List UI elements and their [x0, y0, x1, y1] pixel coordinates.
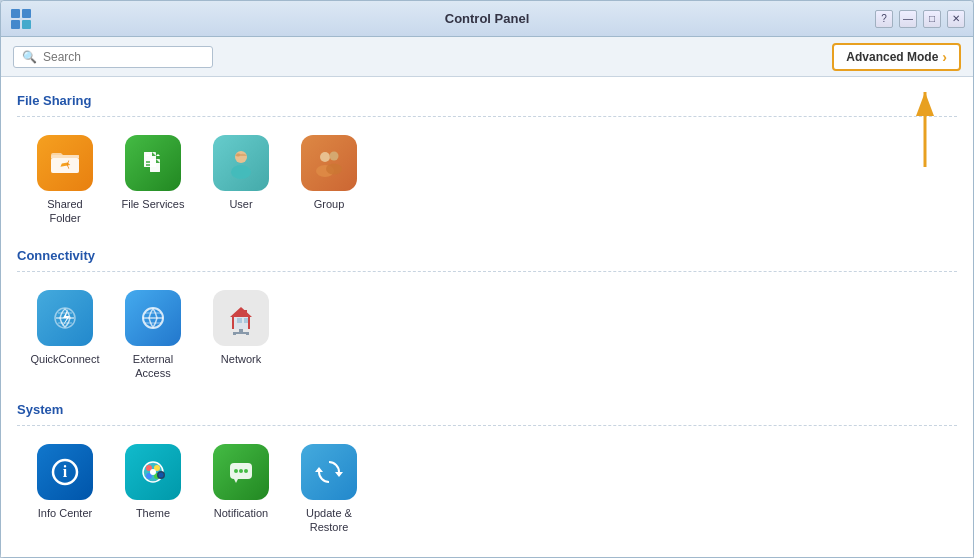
toolbar: 🔍 Advanced Mode › — [1, 37, 973, 77]
external-access-label: External Access — [119, 352, 187, 381]
connectivity-grid: QuickConnect External Access — [17, 284, 957, 387]
app-icon — [9, 7, 33, 31]
file-services-label: File Services — [122, 197, 185, 211]
item-network[interactable]: Network — [201, 284, 281, 387]
svg-marker-23 — [231, 308, 251, 317]
svg-rect-3 — [22, 20, 31, 29]
advanced-mode-button[interactable]: Advanced Mode › — [832, 43, 961, 71]
section-file-sharing: File Sharing 〈 Shared Folder — [17, 93, 957, 232]
section-title-file-sharing: File Sharing — [17, 93, 957, 108]
network-label: Network — [221, 352, 261, 366]
svg-point-16 — [330, 152, 339, 161]
item-theme[interactable]: Theme — [113, 438, 193, 541]
svg-rect-25 — [237, 318, 242, 323]
update-restore-label: Update & Restore — [295, 506, 363, 535]
network-icon — [213, 290, 269, 346]
svg-point-11 — [235, 151, 247, 163]
search-icon: 🔍 — [22, 50, 37, 64]
info-center-label: Info Center — [38, 506, 92, 520]
update-restore-icon — [301, 444, 357, 500]
window-controls: ? — □ ✕ — [875, 10, 965, 28]
item-update-restore[interactable]: Update & Restore — [289, 438, 369, 541]
theme-label: Theme — [136, 506, 170, 520]
section-divider-connectivity — [17, 271, 957, 272]
maximize-button[interactable]: □ — [923, 10, 941, 28]
svg-rect-1 — [22, 9, 31, 18]
svg-text:〈: 〈 — [61, 160, 70, 170]
quickconnect-label: QuickConnect — [30, 352, 99, 366]
item-file-services[interactable]: File Services — [113, 129, 193, 232]
minimize-button[interactable]: — — [899, 10, 917, 28]
user-icon — [213, 135, 269, 191]
svg-rect-26 — [244, 318, 248, 323]
group-label: Group — [314, 197, 345, 211]
item-group[interactable]: Group — [289, 129, 369, 232]
section-divider-file-sharing — [17, 116, 957, 117]
svg-point-45 — [244, 469, 248, 473]
svg-point-12 — [231, 165, 251, 179]
quickconnect-icon — [37, 290, 93, 346]
svg-rect-27 — [239, 329, 243, 332]
title-bar-left — [9, 7, 33, 31]
search-input[interactable] — [43, 50, 203, 64]
svg-marker-42 — [234, 479, 238, 483]
advanced-mode-arrow: › — [942, 49, 947, 65]
svg-rect-30 — [246, 332, 249, 335]
notification-label: Notification — [214, 506, 268, 520]
svg-rect-2 — [11, 20, 20, 29]
item-quickconnect[interactable]: QuickConnect — [25, 284, 105, 387]
section-title-connectivity: Connectivity — [17, 248, 957, 263]
svg-point-17 — [326, 164, 342, 175]
section-divider-system — [17, 425, 957, 426]
window-title: Control Panel — [445, 11, 530, 26]
title-bar: Control Panel ? — □ ✕ — [1, 1, 973, 37]
file-sharing-grid: 〈 Shared Folder — [17, 129, 957, 232]
section-title-system: System — [17, 402, 957, 417]
advanced-mode-label: Advanced Mode — [846, 50, 938, 64]
content-area: File Sharing 〈 Shared Folder — [1, 77, 973, 557]
shared-folder-label: Shared Folder — [31, 197, 99, 226]
svg-text:i: i — [63, 463, 68, 480]
theme-icon — [125, 444, 181, 500]
help-button[interactable]: ? — [875, 10, 893, 28]
section-system: System i Info Center — [17, 402, 957, 541]
svg-rect-0 — [11, 9, 20, 18]
svg-point-44 — [239, 469, 243, 473]
svg-rect-29 — [233, 332, 236, 335]
file-services-icon — [125, 135, 181, 191]
shared-folder-icon: 〈 — [37, 135, 93, 191]
group-icon — [301, 135, 357, 191]
close-button[interactable]: ✕ — [947, 10, 965, 28]
svg-point-38 — [150, 469, 156, 475]
section-connectivity: Connectivity — [17, 248, 957, 387]
user-label: User — [229, 197, 252, 211]
svg-rect-24 — [244, 310, 247, 315]
item-shared-folder[interactable]: 〈 Shared Folder — [25, 129, 105, 232]
item-external-access[interactable]: External Access — [113, 284, 193, 387]
item-user[interactable]: User — [201, 129, 281, 232]
item-notification[interactable]: Notification — [201, 438, 281, 541]
svg-point-40 — [159, 473, 164, 478]
svg-point-43 — [234, 469, 238, 473]
notification-icon — [213, 444, 269, 500]
info-center-icon: i — [37, 444, 93, 500]
external-access-icon — [125, 290, 181, 346]
system-grid: i Info Center — [17, 438, 957, 541]
item-info-center[interactable]: i Info Center — [25, 438, 105, 541]
svg-point-14 — [320, 152, 330, 162]
search-box[interactable]: 🔍 — [13, 46, 213, 68]
main-window: Control Panel ? — □ ✕ 🔍 Advanced Mode › — [0, 0, 974, 558]
